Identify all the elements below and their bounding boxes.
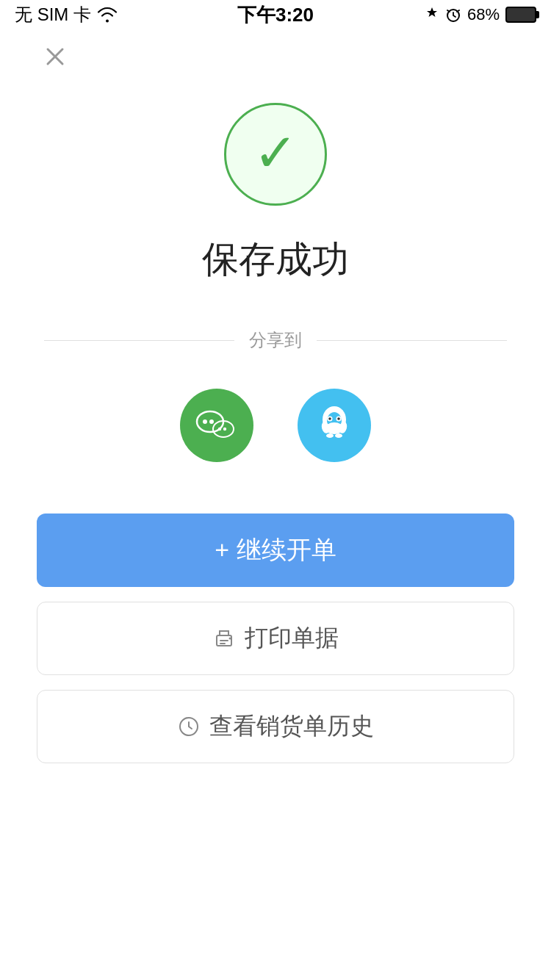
svg-rect-21 <box>220 640 228 641</box>
history-button[interactable]: 查看销货单历史 <box>37 690 514 763</box>
svg-point-23 <box>229 638 231 640</box>
printer-icon <box>212 627 236 650</box>
wifi-icon <box>97 7 118 23</box>
svg-point-19 <box>335 433 342 438</box>
share-icons-row <box>180 389 371 462</box>
svg-rect-22 <box>220 643 226 644</box>
qq-share-button[interactable] <box>298 389 371 462</box>
svg-point-5 <box>209 419 214 424</box>
continue-order-button[interactable]: + 继续开单 <box>37 514 514 587</box>
history-label: 查看销货单历史 <box>209 710 374 743</box>
battery-percent: 68% <box>467 5 500 24</box>
continue-order-label: + 继续开单 <box>215 533 336 567</box>
status-right: 68% <box>425 5 536 24</box>
main-content: ✓ 保存成功 分享到 <box>0 29 551 763</box>
action-buttons: + 继续开单 打印单据 查看销货单历史 <box>37 514 514 763</box>
share-section: 分享到 <box>0 328 551 352</box>
svg-point-18 <box>326 433 334 438</box>
svg-point-7 <box>218 428 221 430</box>
alarm-icon <box>445 7 461 23</box>
close-icon <box>43 45 67 68</box>
checkmark-icon: ✓ <box>253 126 298 179</box>
sim-text: 无 SIM 卡 <box>15 3 91 26</box>
svg-point-14 <box>337 417 340 420</box>
status-bar: 无 SIM 卡 下午3:20 68% <box>0 0 551 29</box>
success-indicator: ✓ <box>224 103 327 206</box>
svg-point-8 <box>223 428 226 430</box>
share-label: 分享到 <box>234 328 317 352</box>
qq-icon <box>314 403 355 447</box>
location-icon <box>425 7 439 23</box>
status-time: 下午3:20 <box>237 2 314 28</box>
divider-left <box>44 340 234 341</box>
close-button[interactable] <box>37 38 73 75</box>
divider-right <box>317 340 507 341</box>
svg-point-13 <box>328 417 331 420</box>
print-label: 打印单据 <box>245 622 339 655</box>
history-icon <box>177 715 201 738</box>
wechat-icon <box>195 407 238 444</box>
battery-icon <box>505 7 536 23</box>
print-button[interactable]: 打印单据 <box>37 602 514 675</box>
success-title: 保存成功 <box>202 235 349 284</box>
status-left: 无 SIM 卡 <box>15 3 118 26</box>
wechat-share-button[interactable] <box>180 389 253 462</box>
svg-point-4 <box>203 419 207 424</box>
